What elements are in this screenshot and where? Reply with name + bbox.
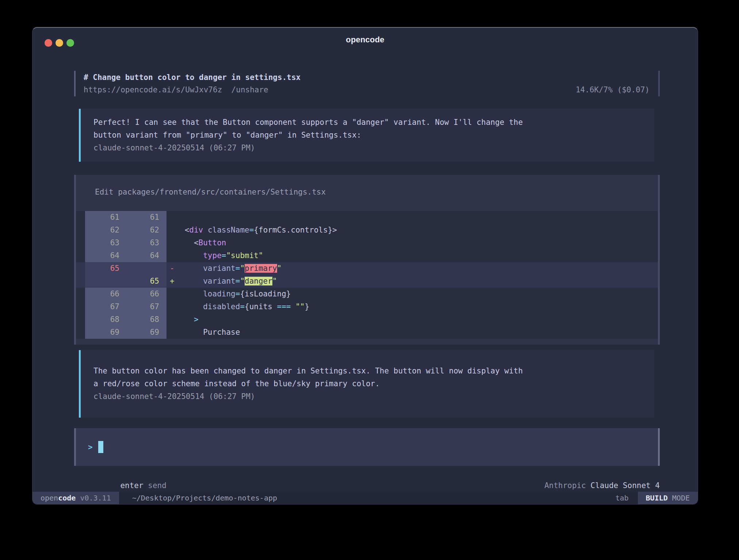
diff-row: 65+ variant="danger" bbox=[76, 275, 658, 288]
text-cursor bbox=[98, 441, 103, 453]
tab-key-hint: tab bbox=[615, 494, 628, 502]
diff-code-line: <div className={formCs.controls}> bbox=[179, 224, 658, 237]
message-line: The button color has been changed to dan… bbox=[93, 365, 647, 377]
window-controls bbox=[45, 39, 74, 47]
screen: opencode # Change button color to danger… bbox=[0, 0, 739, 560]
unshare-command[interactable]: /unshare bbox=[231, 84, 268, 96]
zoom-button[interactable] bbox=[66, 39, 74, 47]
diff-row: 6868 > bbox=[76, 313, 658, 326]
diff-code-line: Purchase bbox=[179, 326, 658, 339]
message-meta: claude-sonnet-4-20250514 (06:27 PM) bbox=[93, 390, 647, 403]
app-name-prefix: open bbox=[41, 494, 58, 502]
message-line: a red/rose color scheme instead of the b… bbox=[93, 377, 647, 390]
share-url[interactable]: https://opencode.ai/s/UwJxv76z bbox=[84, 84, 222, 96]
diff-code-line: disabled={units === ""} bbox=[179, 300, 658, 313]
diff-gutter: 6262 bbox=[85, 224, 166, 237]
session-header: # Change button color to danger in setti… bbox=[74, 71, 660, 96]
app-version-segment: opencode v0.3.11 bbox=[32, 492, 119, 504]
session-view: # Change button color to danger in setti… bbox=[74, 71, 660, 502]
close-button[interactable] bbox=[45, 39, 52, 47]
diff-view: 61616262 <div className={formCs.controls… bbox=[76, 211, 658, 339]
diff-row: 6464 type="submit" bbox=[76, 249, 658, 262]
send-hint: send bbox=[143, 481, 166, 490]
diff-code-line: > bbox=[179, 313, 658, 326]
tool-action: Edit bbox=[95, 188, 118, 196]
tool-header: Edit packages/frontend/src/containers/Se… bbox=[76, 175, 658, 199]
tool-file-path: packages/frontend/src/containers/Setting… bbox=[118, 188, 326, 196]
diff-gutter: 6969 bbox=[85, 326, 166, 339]
diff-gutter: 6464 bbox=[85, 249, 166, 262]
diff-row: 6363 <Button bbox=[76, 237, 658, 249]
diff-row: 6262 <div className={formCs.controls}> bbox=[76, 224, 658, 237]
diff-gutter: 65 bbox=[85, 262, 166, 275]
diff-code-line: variant="primary" bbox=[179, 262, 658, 275]
diff-code-line: variant="danger" bbox=[179, 275, 658, 288]
working-directory: ~/Desktop/Projects/demo-notes-app bbox=[132, 494, 277, 502]
mode-name: BUILD bbox=[646, 494, 668, 502]
prompt-symbol: > bbox=[88, 443, 93, 452]
message-line: Perfect! I can see that the Button compo… bbox=[93, 116, 647, 129]
opencode-window: opencode # Change button color to danger… bbox=[32, 27, 698, 505]
app-name-suffix: code bbox=[58, 494, 76, 502]
enter-key-hint: enter bbox=[120, 481, 143, 490]
diff-row: 65- variant="primary" bbox=[76, 262, 658, 275]
diff-gutter: 6767 bbox=[85, 300, 166, 313]
diff-gutter: 6666 bbox=[85, 288, 166, 300]
model-label: Claude Sonnet 4 bbox=[586, 481, 660, 490]
edit-tool-call: Edit packages/frontend/src/containers/Se… bbox=[74, 175, 660, 345]
provider-label: Anthropic bbox=[544, 481, 586, 490]
diff-code-line: loading={isLoading} bbox=[179, 288, 658, 300]
diff-code-line bbox=[179, 211, 658, 224]
diff-code-line: type="submit" bbox=[179, 249, 658, 262]
status-bar: opencode v0.3.11 ~/Desktop/Projects/demo… bbox=[32, 492, 698, 504]
diff-gutter: 65 bbox=[85, 275, 166, 288]
mode-segment: BUILD MODE bbox=[638, 492, 698, 504]
assistant-message-1: Perfect! I can see that the Button compo… bbox=[79, 109, 654, 162]
session-title: # Change button color to danger in setti… bbox=[84, 71, 650, 84]
message-meta: claude-sonnet-4-20250514 (06:27 PM) bbox=[93, 142, 647, 154]
minimize-button[interactable] bbox=[55, 39, 63, 47]
diff-row: 6161 bbox=[76, 211, 658, 224]
assistant-message-2: The button color has been changed to dan… bbox=[79, 350, 654, 418]
diff-row: 6666 loading={isLoading} bbox=[76, 288, 658, 300]
token-usage: 14.6K/7% ($0.07) bbox=[576, 84, 650, 96]
diff-gutter: 6363 bbox=[85, 237, 166, 249]
mode-suffix: MODE bbox=[668, 494, 690, 502]
window-title: opencode bbox=[32, 28, 698, 45]
app-version: v0.3.11 bbox=[76, 494, 111, 502]
titlebar: opencode bbox=[32, 28, 698, 51]
diff-row: 6767 disabled={units === ""} bbox=[76, 300, 658, 313]
diff-row: 6969 Purchase bbox=[76, 326, 658, 339]
diff-gutter: 6868 bbox=[85, 313, 166, 326]
prompt-input[interactable]: > bbox=[74, 428, 660, 466]
message-line: button variant from "primary" to "danger… bbox=[93, 129, 647, 142]
diff-code-line: <Button bbox=[179, 237, 658, 249]
diff-gutter: 6161 bbox=[85, 211, 166, 224]
url-gap bbox=[222, 84, 231, 96]
